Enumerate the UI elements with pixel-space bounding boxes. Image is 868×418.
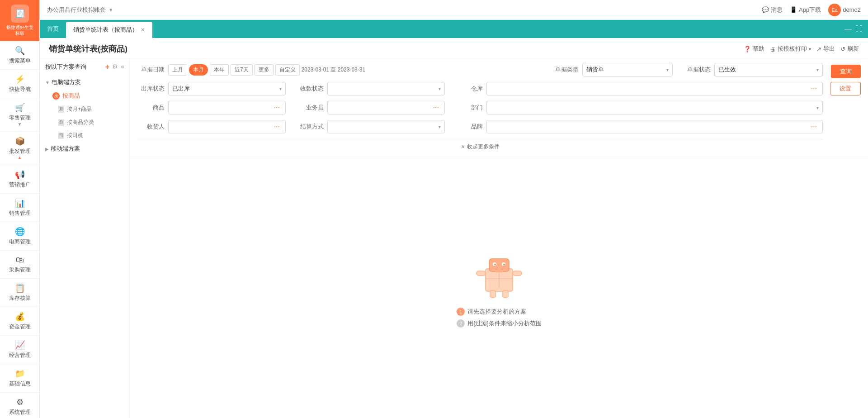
user-profile-button[interactable]: Ea demo2 xyxy=(828,4,861,16)
query-button[interactable]: 查询 xyxy=(831,65,861,78)
filter-action-buttons: 查询 设置 xyxy=(823,63,861,154)
sidebar-item-label: 经营管理 xyxy=(9,352,31,359)
svg-point-5 xyxy=(503,264,505,266)
settings-scheme-button[interactable]: ⚙ xyxy=(112,63,118,71)
scheme-by-category[interactable]: 分 按商品分类 xyxy=(42,116,128,129)
ecommerce-icon: 🌐 xyxy=(15,227,25,237)
add-scheme-button[interactable]: + xyxy=(105,63,109,71)
export-button[interactable]: ↗ 导出 xyxy=(816,45,835,53)
settlement-label: 结算方式 xyxy=(297,123,324,131)
stock-status-select[interactable]: 已出库 ▾ xyxy=(168,82,286,95)
sidebar-item-system[interactable]: ⚙ 系统管理 xyxy=(0,393,39,418)
mobile-scheme-header[interactable]: ▶ 移动端方案 xyxy=(42,142,128,156)
sidebar-item-search[interactable]: 🔍 搜索菜单 xyxy=(0,41,39,70)
collapse-label: ∧ 收起更多条件 xyxy=(461,143,499,151)
download-icon: 📱 xyxy=(790,6,797,13)
sidebar-item-operations[interactable]: 📈 经营管理 xyxy=(0,336,39,364)
settings-button[interactable]: 设置 xyxy=(830,82,861,95)
scheme-by-month-product[interactable]: 月 按月+商品 xyxy=(42,103,128,116)
message-button[interactable]: 💬 消息 xyxy=(762,6,783,14)
payment-status-arrow-icon: ▾ xyxy=(439,86,441,91)
sidebar-item-basics[interactable]: 📁 基础信息 xyxy=(0,364,39,393)
stock-status-label: 出库状态 xyxy=(137,85,165,93)
sidebar-item-label: 批发管理 xyxy=(9,147,31,155)
minimize-icon[interactable]: — xyxy=(844,25,852,33)
pc-scheme-header[interactable]: ▼ 电脑端方案 xyxy=(42,76,128,89)
sidebar-item-finance[interactable]: 💰 资金管理 xyxy=(0,307,39,336)
filter-row-4: 收货人 ··· 结算方式 ▾ 品牌 xyxy=(137,120,823,133)
page-header: 销货单统计表(按商品) ❓ 帮助 🖨 按模板打印 ▾ ↗ 导出 ↺ 刷新 xyxy=(40,38,868,58)
doc-type-value: 销货单 xyxy=(586,66,666,74)
sidebar-item-label: 系统管理 xyxy=(9,408,31,416)
wholesale-icon: 📦 xyxy=(15,136,25,146)
doc-status-select[interactable]: 已生效 ▾ xyxy=(714,63,823,76)
sidebar-item-sales[interactable]: 📊 销售管理 xyxy=(0,194,39,222)
pc-scheme-label: 电脑端方案 xyxy=(52,78,81,86)
sidebar-item-shortcut[interactable]: ⚡ 快捷导航 xyxy=(0,70,39,98)
print-arrow-icon: ▾ xyxy=(809,47,811,52)
tab-home[interactable]: 首页 xyxy=(40,20,66,38)
body-layout: 按以下方案查询 + ⚙ « ▼ 电脑端方案 按 按商品 xyxy=(40,58,868,418)
filter-content: 单据日期 上月 本月 本年 近7天 更多 自定义 2023-03-01 至 20… xyxy=(130,58,868,159)
warehouse-select[interactable]: ··· xyxy=(486,82,823,95)
app-download-button[interactable]: 📱 App下载 xyxy=(790,6,821,14)
finance-icon: 💰 xyxy=(15,312,25,322)
settlement-select[interactable]: ▾ xyxy=(327,120,445,133)
category-icon: 分 xyxy=(58,119,64,126)
warehouse-more-icon[interactable]: ··· xyxy=(809,85,819,93)
message-icon: 💬 xyxy=(762,6,769,13)
product-more-icon[interactable]: ··· xyxy=(272,104,282,112)
date-btn-this-year[interactable]: 本年 xyxy=(210,64,229,76)
svg-point-4 xyxy=(494,264,496,266)
search-icon: 🔍 xyxy=(15,46,25,56)
doc-type-select[interactable]: 销货单 ▾ xyxy=(582,63,673,76)
tab-bar: 首页 销货单统计表（按商品） ✕ — ⛶ xyxy=(40,20,868,38)
sidebar-item-marketing[interactable]: 📢 营销推广 xyxy=(0,165,39,194)
top-header: 办公用品行业模拟账套 ▾ 💬 消息 📱 App下载 Ea demo2 xyxy=(40,0,868,20)
empty-state: 1 请先选择要分析的方案 2 用[过滤]条件来缩小分析范围 xyxy=(130,159,868,418)
help-button[interactable]: ❓ 帮助 xyxy=(744,45,764,53)
page-actions: ❓ 帮助 🖨 按模板打印 ▾ ↗ 导出 ↺ 刷新 xyxy=(744,45,859,53)
date-btn-more[interactable]: 更多 xyxy=(255,64,274,76)
workspace-dropdown-icon[interactable]: ▾ xyxy=(109,6,113,13)
sidebar-item-label: 库存核算 xyxy=(9,294,31,302)
collapse-panel-button[interactable]: « xyxy=(121,63,124,71)
brand-select[interactable]: ··· xyxy=(486,120,823,133)
payment-status-select[interactable]: ▾ xyxy=(327,82,445,95)
date-btn-7days[interactable]: 近7天 xyxy=(231,64,253,76)
page-title: 销货单统计表(按商品) xyxy=(49,43,127,54)
brand-more-icon[interactable]: ··· xyxy=(809,123,819,131)
print-icon: 🖨 xyxy=(770,46,776,52)
product-select[interactable]: ··· xyxy=(168,101,286,114)
doc-status-arrow-icon: ▾ xyxy=(816,67,819,72)
filter-row-3: 商品 ··· 业务员 ··· 部门 xyxy=(137,101,823,114)
sidebar: 🧾 畅捷通好生意 标版 🔍 搜索菜单 ⚡ 快捷导航 🛒 零售管理 ▼ 📦 批发管… xyxy=(0,0,40,418)
sidebar-item-retail[interactable]: 🛒 零售管理 ▼ xyxy=(0,98,39,132)
recipient-more-icon[interactable]: ··· xyxy=(272,123,282,131)
tab-close-icon[interactable]: ✕ xyxy=(141,27,145,33)
maximize-icon[interactable]: ⛶ xyxy=(855,25,863,33)
workspace-info: 办公用品行业模拟账套 ▾ xyxy=(47,6,113,14)
salesperson-more-icon[interactable]: ··· xyxy=(431,104,441,112)
refresh-button[interactable]: ↺ 刷新 xyxy=(840,45,859,53)
sidebar-item-wholesale[interactable]: 📦 批发管理 ▲ xyxy=(0,132,39,165)
salesperson-select[interactable]: ··· xyxy=(327,101,445,114)
svg-rect-6 xyxy=(476,271,486,276)
sidebar-item-ecommerce[interactable]: 🌐 电商管理 xyxy=(0,222,39,251)
tab-report[interactable]: 销货单统计表（按商品） ✕ xyxy=(66,22,152,38)
print-button[interactable]: 🖨 按模板打印 ▾ xyxy=(770,45,811,53)
filter-row-1: 单据日期 上月 本月 本年 近7天 更多 自定义 2023-03-01 至 20… xyxy=(137,63,823,76)
date-btn-this-month[interactable]: 本月 xyxy=(189,64,208,76)
collapse-filter-button[interactable]: ∧ 收起更多条件 xyxy=(137,139,823,154)
sidebar-item-purchase[interactable]: 🛍 采购管理 xyxy=(0,251,39,279)
date-btn-custom[interactable]: 自定义 xyxy=(275,64,300,76)
system-icon: ⚙ xyxy=(16,397,24,407)
recipient-select[interactable]: ··· xyxy=(168,120,286,133)
filter-row-2: 出库状态 已出库 ▾ 收款状态 ▾ 仓库 xyxy=(137,82,823,95)
date-label: 单据日期 xyxy=(137,66,165,74)
sidebar-item-inventory[interactable]: 📋 库存核算 xyxy=(0,279,39,307)
scheme-by-driver[interactable]: 司 按司机 xyxy=(42,129,128,142)
department-select[interactable]: ▾ xyxy=(486,101,823,114)
scheme-by-product[interactable]: 按 按商品 xyxy=(42,89,128,103)
date-btn-last-month[interactable]: 上月 xyxy=(168,64,187,76)
